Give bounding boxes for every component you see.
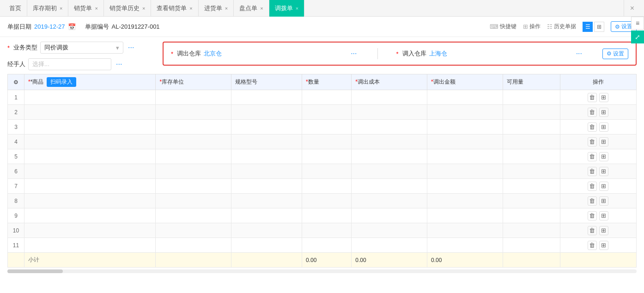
row-qty-8[interactable]: [302, 194, 351, 208]
copy-icon-10[interactable]: ⊞: [599, 226, 608, 235]
tab-sales-history[interactable]: 销货单历史 ×: [104, 0, 151, 17]
delete-icon-8[interactable]: 🗑: [588, 196, 597, 206]
row-spec-10[interactable]: [231, 223, 302, 238]
tab-sales-order[interactable]: 销货单 ×: [68, 0, 103, 17]
row-unit-1[interactable]: [156, 90, 231, 105]
copy-icon-8[interactable]: ⊞: [599, 196, 608, 206]
row-cost-4[interactable]: [352, 134, 427, 149]
tab-close-purchase[interactable]: ×: [225, 6, 228, 11]
row-spec-11[interactable]: [231, 238, 302, 253]
row-qty-2[interactable]: [302, 105, 351, 120]
row-qty-10[interactable]: [302, 223, 351, 238]
row-cost-11[interactable]: [352, 238, 427, 253]
row-qty-5[interactable]: [302, 149, 351, 164]
row-cost-3[interactable]: [352, 120, 427, 134]
row-product-5[interactable]: [24, 149, 156, 164]
tab-close-view-sales[interactable]: ×: [189, 6, 192, 11]
delete-icon-7[interactable]: 🗑: [588, 182, 597, 191]
warehouse-settings-button[interactable]: ⚙ 设置: [602, 49, 628, 59]
tab-close-sales-order[interactable]: ×: [95, 6, 97, 11]
row-cost-10[interactable]: [352, 223, 427, 238]
right-expand-button[interactable]: ⤢: [631, 31, 644, 43]
row-amount-1[interactable]: [427, 90, 503, 105]
row-cost-1[interactable]: [352, 90, 427, 105]
copy-icon-7[interactable]: ⊞: [599, 182, 608, 191]
tab-close-sales-history[interactable]: ×: [142, 6, 145, 11]
row-unit-7[interactable]: [156, 179, 231, 194]
row-spec-7[interactable]: [231, 179, 302, 194]
row-qty-9[interactable]: [302, 208, 351, 223]
calendar-icon[interactable]: 📅: [68, 23, 76, 31]
delete-icon-6[interactable]: 🗑: [588, 167, 597, 176]
tab-home[interactable]: 首页: [4, 0, 27, 17]
row-product-7[interactable]: [24, 179, 156, 194]
row-amount-8[interactable]: [427, 194, 503, 208]
row-cost-7[interactable]: [352, 179, 427, 194]
row-amount-9[interactable]: [427, 208, 503, 223]
row-cost-9[interactable]: [352, 208, 427, 223]
row-product-10[interactable]: [24, 223, 156, 238]
tab-transfer[interactable]: 调拨单 ×: [269, 0, 304, 17]
handler-ellipsis-button[interactable]: ···: [114, 60, 124, 68]
delete-icon-1[interactable]: 🗑: [588, 93, 597, 102]
tab-view-sales[interactable]: 查看销货单 ×: [151, 0, 198, 17]
copy-icon-6[interactable]: ⊞: [599, 167, 608, 176]
row-unit-6[interactable]: [156, 164, 231, 179]
delete-icon-10[interactable]: 🗑: [588, 226, 597, 235]
row-cost-2[interactable]: [352, 105, 427, 120]
row-spec-8[interactable]: [231, 194, 302, 208]
row-qty-11[interactable]: [302, 238, 351, 253]
copy-icon-3[interactable]: ⊞: [599, 122, 608, 132]
delete-icon-4[interactable]: 🗑: [588, 137, 597, 146]
row-product-8[interactable]: [24, 194, 156, 208]
row-amount-11[interactable]: [427, 238, 503, 253]
row-amount-4[interactable]: [427, 134, 503, 149]
delete-icon-3[interactable]: 🗑: [588, 122, 597, 132]
tab-inventory-init[interactable]: 库存期初 ×: [27, 0, 68, 17]
row-cost-8[interactable]: [352, 194, 427, 208]
right-list-button[interactable]: ≡: [631, 17, 644, 30]
row-amount-2[interactable]: [427, 105, 503, 120]
tab-purchase[interactable]: 进货单 ×: [199, 0, 234, 17]
row-product-9[interactable]: [24, 208, 156, 223]
row-spec-3[interactable]: [231, 120, 302, 134]
copy-icon-9[interactable]: ⊞: [599, 211, 608, 220]
row-unit-8[interactable]: [156, 194, 231, 208]
history-button[interactable]: ☷ 历史单据: [547, 23, 576, 31]
row-product-2[interactable]: [24, 105, 156, 120]
scan-input-button[interactable]: 扫码录入: [47, 77, 76, 87]
row-cost-5[interactable]: [352, 149, 427, 164]
global-close-button[interactable]: ×: [624, 0, 640, 17]
row-spec-5[interactable]: [231, 149, 302, 164]
delete-icon-9[interactable]: 🗑: [588, 211, 597, 220]
row-spec-1[interactable]: [231, 90, 302, 105]
row-product-1[interactable]: [24, 90, 156, 105]
row-qty-4[interactable]: [302, 134, 351, 149]
th-gear[interactable]: ⚙: [8, 74, 24, 90]
scrollbar-thumb[interactable]: [7, 269, 63, 273]
copy-icon-5[interactable]: ⊞: [599, 152, 608, 161]
row-amount-5[interactable]: [427, 149, 503, 164]
row-unit-10[interactable]: [156, 223, 231, 238]
biz-type-select[interactable]: 同价调拨 ▾: [40, 42, 123, 54]
row-spec-6[interactable]: [231, 164, 302, 179]
layout-list-icon[interactable]: ☰: [583, 22, 593, 32]
tab-close-inventory-init[interactable]: ×: [60, 6, 62, 11]
tab-close-inventory-check[interactable]: ×: [260, 6, 263, 11]
warehouse-in-ellipsis-button[interactable]: ···: [574, 49, 584, 58]
row-spec-2[interactable]: [231, 105, 302, 120]
row-qty-6[interactable]: [302, 164, 351, 179]
horizontal-scrollbar[interactable]: [7, 269, 637, 273]
shortcut-button[interactable]: ⌨ 快捷键: [490, 23, 516, 31]
copy-icon-4[interactable]: ⊞: [599, 137, 608, 146]
row-amount-6[interactable]: [427, 164, 503, 179]
row-unit-4[interactable]: [156, 134, 231, 149]
warehouse-in-value[interactable]: 上海仓: [429, 49, 466, 58]
row-unit-11[interactable]: [156, 238, 231, 253]
handler-input[interactable]: 选择...: [28, 58, 111, 70]
row-unit-3[interactable]: [156, 120, 231, 134]
delete-icon-11[interactable]: 🗑: [588, 241, 597, 250]
copy-icon-2[interactable]: ⊞: [599, 108, 608, 117]
warehouse-out-value[interactable]: 北京仓: [204, 49, 241, 58]
copy-icon-1[interactable]: ⊞: [599, 93, 608, 102]
